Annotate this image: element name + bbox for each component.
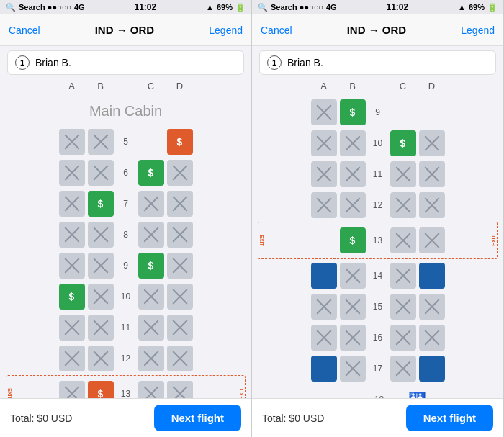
seat-9a[interactable] [59, 253, 85, 279]
seat-6c[interactable]: $ [138, 160, 164, 186]
r-row-num-15: 15 [367, 302, 389, 312]
seat-7b[interactable]: $ [88, 191, 114, 217]
next-flight-button-left[interactable]: Next flight [154, 405, 241, 431]
seat-11b[interactable] [88, 315, 114, 341]
next-flight-button-right[interactable]: Next flight [406, 405, 493, 431]
col-a-left: A [58, 81, 86, 91]
seat-13b[interactable]: $ [88, 381, 114, 398]
seat-9c[interactable]: $ [138, 253, 164, 279]
cancel-button-right[interactable]: Cancel [261, 24, 292, 36]
seat-7c[interactable] [138, 191, 164, 217]
seat-7a[interactable] [59, 191, 85, 217]
r-seat-10b[interactable] [340, 130, 366, 156]
seat-8b[interactable] [88, 222, 114, 248]
r-seat-17d[interactable] [419, 356, 445, 382]
seat-map-left: Main Cabin 5 $ 6 $ $ 7 8 [0, 93, 251, 398]
passenger-name-left: Brian B. [35, 57, 71, 68]
r-seat-row-13: $ 13 [258, 226, 497, 255]
seat-12d[interactable] [167, 346, 193, 371]
r-seat-14a[interactable] [311, 263, 337, 289]
battery-text: 69% [217, 3, 233, 12]
col-c-right: C [389, 81, 418, 91]
r-seat-15d[interactable] [419, 294, 445, 320]
seat-11a[interactable] [59, 315, 85, 341]
seat-10c[interactable] [138, 284, 164, 310]
seat-row-7: $ 7 [0, 189, 251, 218]
r-seat-18a [312, 387, 338, 398]
r-seat-11b[interactable] [340, 161, 366, 187]
r-seat-14c[interactable] [390, 263, 416, 289]
r-seat-9b[interactable]: $ [340, 99, 366, 125]
seat-8a[interactable] [59, 222, 85, 248]
seat-8c[interactable] [138, 222, 164, 248]
r-seat-12d[interactable] [419, 192, 445, 218]
r-seat-15c[interactable] [390, 294, 416, 320]
row-num-8: 8 [115, 230, 137, 240]
seat-row-8: 8 [0, 220, 251, 249]
seat-10a[interactable]: $ [59, 284, 85, 310]
r-seat-11c[interactable] [390, 161, 416, 187]
r-seat-15b[interactable] [340, 294, 366, 320]
seat-12b[interactable] [88, 346, 114, 371]
r-seat-9d [419, 99, 445, 125]
r-seat-12c[interactable] [390, 192, 416, 218]
seat-11c[interactable] [138, 315, 164, 341]
total-left: Total: $0 USD [10, 413, 72, 424]
r-seat-9a[interactable] [311, 99, 337, 125]
r-seat-16a[interactable] [311, 325, 337, 351]
r-row-num-11: 11 [367, 169, 389, 179]
r-seat-11d[interactable] [419, 161, 445, 187]
r-seat-14b[interactable] [340, 263, 366, 289]
seat-11d[interactable] [167, 315, 193, 341]
r-seat-16c[interactable] [390, 325, 416, 351]
passenger-name-right: Brian B. [287, 57, 323, 68]
status-bar-left: 🔍 Search ●●○○○ 4G 11:02 ▲ 69% 🔋 [0, 0, 251, 14]
seat-5c[interactable] [138, 129, 164, 155]
r-seat-17a[interactable] [311, 356, 337, 382]
seat-6d[interactable] [167, 160, 193, 186]
row-num-12: 12 [115, 353, 137, 364]
battery-icon-right: ▲ [458, 3, 466, 12]
r-seat-13b[interactable]: $ [340, 227, 366, 253]
r-seat-10a[interactable] [311, 130, 337, 156]
seat-13c[interactable] [138, 381, 164, 398]
legend-button-left[interactable]: Legend [209, 24, 243, 36]
seat-10d[interactable] [167, 284, 193, 310]
r-seat-16d[interactable] [419, 325, 445, 351]
seat-5b[interactable] [88, 129, 114, 155]
seat-5d[interactable]: $ [167, 129, 193, 155]
seat-8d[interactable] [167, 222, 193, 248]
seat-12a[interactable] [59, 346, 85, 371]
seat-6a[interactable] [59, 160, 85, 186]
r-seat-13d[interactable] [419, 227, 445, 253]
seat-10b[interactable] [88, 284, 114, 310]
r-seat-16b[interactable] [340, 325, 366, 351]
row-num-11: 11 [115, 323, 137, 333]
seat-13d[interactable] [167, 381, 193, 398]
seat-7d[interactable] [167, 191, 193, 217]
row-num-7: 7 [115, 199, 137, 209]
col-d-left: D [166, 81, 194, 91]
r-seat-11a[interactable] [311, 161, 337, 187]
r-seat-12a[interactable] [311, 192, 337, 218]
seat-9b[interactable] [88, 253, 114, 279]
legend-button-right[interactable]: Legend [461, 24, 495, 36]
col-b-right: B [338, 81, 367, 91]
r-seat-10d[interactable] [419, 130, 445, 156]
seat-9d[interactable] [167, 253, 193, 279]
seat-12c[interactable] [138, 346, 164, 371]
r-seat-13c[interactable] [390, 227, 416, 253]
r-seat-12b[interactable] [340, 192, 366, 218]
r-seat-17c[interactable] [390, 356, 416, 382]
restroom-icon: 🚻 [390, 387, 445, 398]
seat-5a[interactable] [59, 129, 85, 155]
r-row-num-12: 12 [367, 200, 389, 210]
r-seat-15a[interactable] [311, 294, 337, 320]
seat-6b[interactable] [88, 160, 114, 186]
cancel-button-left[interactable]: Cancel [9, 24, 40, 36]
r-seat-17b[interactable] [340, 356, 366, 382]
r-seat-10c[interactable]: $ [390, 130, 416, 156]
r-seat-14d[interactable] [419, 263, 445, 289]
r-row-num-13: 13 [367, 235, 389, 245]
seat-13a[interactable] [59, 381, 85, 398]
